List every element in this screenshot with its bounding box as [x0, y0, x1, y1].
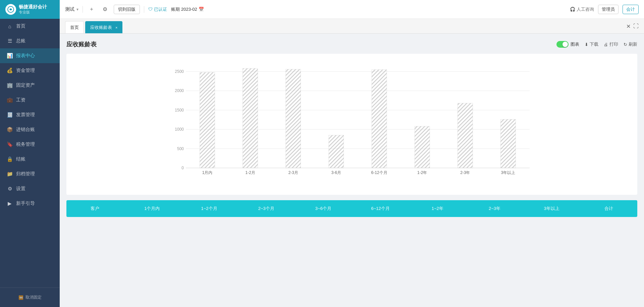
- tabs-bar: 首页应收账龄表× ✕ ⛶: [60, 19, 644, 34]
- sidebar: 畅捷通好会计 专业版 ⌂首页☰总账📊报表中心💰资金管理🏢固定资产💼工资🧾发票管理…: [0, 0, 60, 307]
- tabs-right-actions: ✕ ⛶: [626, 23, 639, 29]
- nav-label-tax: 税务管理: [16, 141, 35, 147]
- sidebar-item-reports[interactable]: 📊报表中心: [0, 48, 60, 63]
- nav-label-guide: 新手引导: [16, 201, 35, 207]
- svg-text:0: 0: [181, 166, 184, 170]
- bar-3年以上: [501, 119, 516, 168]
- table-header-1~2年: 1~2年: [409, 200, 466, 217]
- tab-home[interactable]: 首页: [65, 21, 84, 33]
- table-header-6~12个月: 6~12个月: [352, 200, 409, 217]
- switch-version-btn[interactable]: 切到旧版: [114, 5, 140, 14]
- sidebar-item-assets[interactable]: 🏢固定资产: [0, 78, 60, 93]
- chart-toggle[interactable]: [556, 41, 569, 48]
- sidebar-item-home[interactable]: ⌂首页: [0, 19, 60, 34]
- print-btn[interactable]: 🖨 打印: [604, 41, 618, 47]
- tab-close-aging[interactable]: ×: [115, 26, 117, 30]
- x-label-3-6月: 3-6月: [331, 170, 341, 175]
- sidebar-item-ledger[interactable]: ☰总账: [0, 34, 60, 48]
- x-label-6-12个月: 6-12个月: [371, 170, 387, 175]
- sidebar-item-archive[interactable]: 📁归档管理: [0, 167, 60, 181]
- x-label-1-2月: 1-2月: [246, 170, 255, 175]
- table-header-3年以上: 3年以上: [523, 200, 580, 217]
- report-actions: 图表 ⬇ 下载 🖨 打印 ↻ 刷新: [556, 41, 637, 48]
- table-header: 客户1个月内1~2个月2~3个月3~6个月6~12个月1~2年2~3年3年以上合…: [66, 200, 637, 217]
- sidebar-item-invoice[interactable]: 🧾发票管理: [0, 107, 60, 122]
- nav-label-assets: 固定资产: [16, 82, 35, 88]
- download-icon: ⬇: [585, 42, 588, 47]
- bar-1-2月: [243, 69, 258, 168]
- refresh-btn[interactable]: ↻ 刷新: [624, 41, 637, 47]
- svg-text:1000: 1000: [175, 127, 184, 132]
- bar-1-2年: [415, 126, 430, 168]
- bar-chart-wrapper: 050010001500200025001月内1-2月2-3月3-6月6-12个…: [73, 60, 631, 188]
- main-area: 测试 ▾ ＋ ⚙ 切到旧版 🛡 已认证 账期 2023-02 📅 🎧 人工咨询 …: [60, 0, 644, 307]
- download-btn[interactable]: ⬇ 下载: [585, 41, 598, 47]
- refresh-icon: ↻: [624, 42, 627, 47]
- sidebar-item-trade[interactable]: 📦进销台账: [0, 122, 60, 137]
- sidebar-item-guide[interactable]: ▶新手引导: [0, 196, 60, 211]
- calendar-icon[interactable]: 📅: [199, 7, 204, 12]
- expand-btn[interactable]: ⛶: [633, 23, 639, 29]
- nav-icon-close: 🔒: [7, 156, 13, 162]
- bar-6-12个月: [372, 70, 387, 168]
- verified-badge: 🛡 已认证: [148, 6, 167, 12]
- shield-icon: 🛡: [148, 7, 153, 12]
- sidebar-bottom: ⏪ 取消固定: [0, 288, 60, 307]
- table-header-2~3年: 2~3年: [466, 200, 523, 217]
- settings-btn[interactable]: ⚙: [100, 5, 110, 14]
- svg-text:500: 500: [177, 146, 184, 151]
- bar-chart-svg: 050010001500200025001月内1-2月2-3月3-6月6-12个…: [73, 60, 631, 188]
- app-name-text: 畅捷通好会计 专业版: [19, 4, 47, 15]
- data-table: 客户1个月内1~2个月2~3个月3~6个月6~12个月1~2年2~3年3年以上合…: [66, 200, 637, 217]
- sidebar-nav: ⌂首页☰总账📊报表中心💰资金管理🏢固定资产💼工资🧾发票管理📦进销台账🔖税务管理🔒…: [0, 19, 60, 288]
- bar-2-3月: [286, 69, 301, 168]
- close-tab-btn[interactable]: ✕: [626, 23, 631, 29]
- x-label-1月内: 1月内: [202, 170, 213, 175]
- chart-container: 050010001500200025001月内1-2月2-3月3-6月6-12个…: [66, 54, 637, 195]
- nav-icon-ledger: ☰: [7, 38, 13, 44]
- chart-label: 图表: [571, 41, 579, 47]
- sidebar-item-funds[interactable]: 💰资金管理: [0, 63, 60, 78]
- topbar: 测试 ▾ ＋ ⚙ 切到旧版 🛡 已认证 账期 2023-02 📅 🎧 人工咨询 …: [60, 0, 644, 19]
- nav-icon-archive: 📁: [7, 171, 13, 177]
- x-label-2-3月: 2-3月: [288, 170, 298, 175]
- table-header-客户: 客户: [66, 200, 123, 217]
- sidebar-logo: 畅捷通好会计 专业版: [0, 0, 60, 19]
- report-title: 应收账龄表: [66, 40, 97, 48]
- sidebar-item-tax[interactable]: 🔖税务管理: [0, 137, 60, 152]
- project-selector[interactable]: 测试 ▾: [65, 6, 78, 12]
- nav-label-archive: 归档管理: [16, 171, 35, 177]
- headset-icon: 🎧: [570, 7, 575, 12]
- sidebar-item-salary[interactable]: 💼工资: [0, 93, 60, 107]
- chart-toggle-group: 图表: [556, 41, 579, 48]
- consult-btn[interactable]: 🎧 人工咨询: [570, 6, 594, 12]
- nav-icon-settings: ⚙: [7, 186, 13, 192]
- account-btn[interactable]: 会计: [623, 5, 639, 14]
- nav-label-reports: 报表中心: [16, 53, 35, 59]
- print-icon: 🖨: [604, 42, 608, 47]
- nav-label-settings: 设置: [16, 186, 25, 192]
- report-header: 应收账龄表 图表 ⬇ 下载 🖨 打印 ↻ 刷新: [66, 40, 637, 48]
- nav-label-ledger: 总账: [16, 38, 25, 44]
- nav-icon-salary: 💼: [7, 97, 13, 103]
- bar-1月内: [200, 72, 215, 168]
- nav-icon-tax: 🔖: [7, 141, 13, 147]
- cancel-fixed-btn[interactable]: ⏪ 取消固定: [0, 291, 60, 304]
- tab-aging[interactable]: 应收账龄表×: [85, 21, 122, 33]
- topbar-divider-2: [144, 6, 144, 13]
- bar-2-3年: [458, 103, 473, 168]
- table-header-2~3个月: 2~3个月: [238, 200, 295, 217]
- sidebar-item-close[interactable]: 🔒结账: [0, 152, 60, 167]
- sidebar-item-settings[interactable]: ⚙设置: [0, 181, 60, 196]
- add-btn[interactable]: ＋: [87, 5, 96, 14]
- svg-text:2500: 2500: [175, 69, 184, 74]
- nav-icon-guide: ▶: [7, 201, 13, 207]
- table-header-1~2个月: 1~2个月: [180, 200, 237, 217]
- manager-btn[interactable]: 管理员: [598, 5, 619, 14]
- nav-label-trade: 进销台账: [16, 127, 35, 133]
- x-label-1-2年: 1-2年: [417, 170, 427, 175]
- bar-3-6月: [329, 135, 344, 168]
- nav-icon-assets: 🏢: [7, 82, 13, 88]
- nav-label-home: 首页: [16, 23, 25, 29]
- svg-text:2000: 2000: [175, 88, 184, 93]
